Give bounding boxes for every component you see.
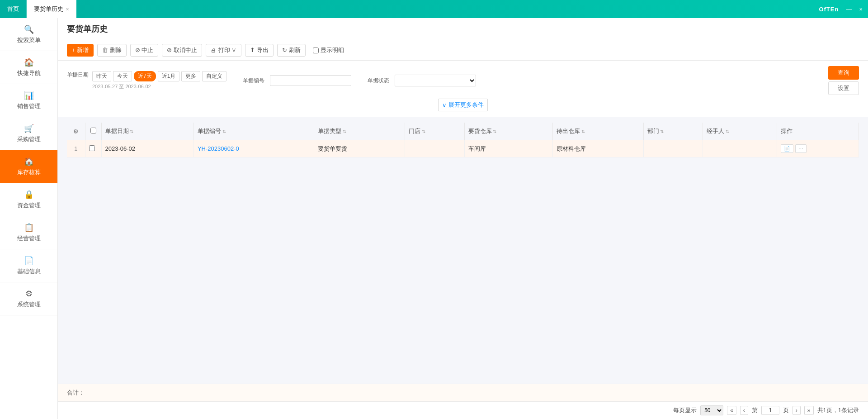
display-detail-checkbox[interactable]: [313, 48, 319, 53]
brand-label: OfTEn: [819, 6, 839, 13]
col-settings[interactable]: ⚙: [67, 123, 85, 140]
settings-button[interactable]: 设置: [828, 81, 859, 95]
tab-requisition-history[interactable]: 要货单历史 ×: [27, 0, 76, 18]
cancel-suspend-button-label: ⊘ 取消中止: [167, 46, 197, 54]
date-btn-yesterday[interactable]: 昨天: [92, 71, 111, 81]
row-docno-link[interactable]: YH-20230602-0: [198, 145, 239, 152]
first-page-button[interactable]: «: [727, 406, 736, 415]
docno-filter-label: 单据编号: [243, 77, 264, 85]
date-range-text: 2023-05-27 至 2023-06-02: [92, 83, 226, 90]
sidebar-item-base-info[interactable]: 📄 基础信息: [0, 249, 57, 282]
filter-row-1: 单据日期 昨天 今天 近7天 近1月 更多 自定义 2023-05-27 至 2…: [67, 66, 859, 95]
expand-chevron-icon: ∨: [442, 102, 447, 109]
col-req-warehouse[interactable]: 要货仓库: [464, 123, 552, 140]
sidebar-item-inventory[interactable]: 🏠 库存核算: [0, 150, 57, 183]
last-page-button[interactable]: »: [804, 406, 814, 415]
row-more-button[interactable]: ⋯: [795, 144, 807, 153]
row-department: [643, 140, 703, 157]
top-bar: 首页 要货单历史 × OfTEn — ×: [0, 0, 868, 18]
sidebar-item-purchase-mgmt[interactable]: 🛒 采购管理: [0, 117, 57, 150]
tab-close-icon[interactable]: ×: [66, 6, 69, 12]
table-row: 1 2023-06-02 YH-20230602-0 要货单要货 车间库 原材料…: [67, 140, 859, 157]
sidebar-item-finance-mgmt[interactable]: 🔒 资金管理: [0, 183, 57, 216]
status-filter-select[interactable]: [395, 75, 476, 86]
table-footer: 合计：: [58, 384, 868, 401]
sys-mgmt-icon: ⚙: [25, 289, 33, 299]
sidebar-item-search-menu[interactable]: 🔍 搜索菜单: [0, 18, 57, 51]
base-info-icon: 📄: [24, 256, 34, 266]
prev-page-button[interactable]: ‹: [740, 406, 748, 415]
sidebar-item-ops-mgmt[interactable]: 📋 经营管理: [0, 216, 57, 249]
next-page-button[interactable]: ›: [793, 406, 801, 415]
sidebar-item-sales-mgmt[interactable]: 📊 销售管理: [0, 84, 57, 117]
col-docno[interactable]: 单据编号: [193, 123, 314, 140]
sidebar-item-label: 快捷导航: [17, 69, 41, 77]
row-req-warehouse: 车间库: [464, 140, 552, 157]
ops-mgmt-icon: 📋: [24, 223, 34, 233]
delete-button[interactable]: 🗑 删除: [97, 44, 127, 57]
delete-button-label: 🗑 删除: [102, 46, 122, 54]
search-menu-icon: 🔍: [24, 24, 34, 34]
data-table: ⚙ 单据日期 单据编号 单据类型 门店 要货仓库 待出仓库 部门 经手人 操作: [67, 123, 859, 157]
main-layout: 🔍 搜索菜单 🏠 快捷导航 📊 销售管理 🛒 采购管理 🏠 库存核算 🔒 资金管…: [0, 18, 868, 419]
toolbar: + 新增 🗑 删除 ⊘ 中止 ⊘ 取消中止 🖨 打印 ∨ ⬆ 导出 ↻ 刷新: [58, 40, 868, 61]
tab-requisition-history-label: 要货单历史: [34, 5, 63, 13]
expand-conditions-button[interactable]: ∨ 展开更多条件: [438, 99, 488, 111]
date-btn-more[interactable]: 更多: [181, 71, 200, 81]
new-button-label: + 新增: [72, 46, 89, 54]
query-button[interactable]: 查询: [828, 66, 859, 80]
row-view-button[interactable]: 📄: [781, 144, 793, 153]
sidebar-item-label: 资金管理: [17, 201, 41, 210]
date-btn-last7days[interactable]: 近7天: [134, 71, 156, 81]
col-department[interactable]: 部门: [643, 123, 703, 140]
sidebar-item-label: 系统管理: [17, 300, 41, 309]
inventory-icon: 🏠: [24, 157, 34, 167]
date-buttons: 昨天 今天 近7天 近1月 更多 自定义: [92, 71, 226, 81]
page-number-input[interactable]: [761, 406, 779, 415]
purchase-mgmt-icon: 🛒: [24, 124, 34, 133]
row-checkbox[interactable]: [89, 145, 95, 151]
date-btn-last1month[interactable]: 近1月: [158, 71, 180, 81]
quick-nav-icon: 🏠: [24, 57, 34, 67]
filter-area: 单据日期 昨天 今天 近7天 近1月 更多 自定义 2023-05-27 至 2…: [58, 61, 868, 117]
col-store[interactable]: 门店: [405, 123, 464, 140]
page-size-select[interactable]: 10 20 50 100: [700, 405, 723, 415]
expand-row: ∨ 展开更多条件: [67, 99, 859, 111]
export-button[interactable]: ⬆ 导出: [245, 44, 274, 57]
suspend-button-label: ⊘ 中止: [135, 46, 154, 54]
refresh-button-label: ↻ 刷新: [282, 46, 301, 54]
row-store: [405, 140, 464, 157]
refresh-button[interactable]: ↻ 刷新: [277, 44, 306, 57]
date-filter-label: 单据日期: [67, 71, 89, 79]
date-btn-today[interactable]: 今天: [113, 71, 132, 81]
row-docdate: 2023-06-02: [101, 140, 193, 157]
top-bar-tabs: 首页 要货单历史 ×: [0, 0, 76, 18]
print-button[interactable]: 🖨 打印 ∨: [206, 44, 241, 57]
new-button[interactable]: + 新增: [67, 44, 94, 57]
page-title: 要货单历史: [67, 24, 859, 34]
col-docdate[interactable]: 单据日期: [101, 123, 193, 140]
docno-filter-input[interactable]: [270, 75, 351, 86]
sidebar-item-sys-mgmt[interactable]: ⚙ 系统管理: [0, 282, 57, 315]
col-handler[interactable]: 经手人: [703, 123, 777, 140]
sidebar-item-label: 基础信息: [17, 267, 41, 276]
expand-label: 展开更多条件: [448, 101, 484, 109]
sidebar-item-label: 经营管理: [17, 234, 41, 243]
tab-home[interactable]: 首页: [0, 0, 27, 18]
col-doctype[interactable]: 单据类型: [314, 123, 405, 140]
col-pending-warehouse[interactable]: 待出仓库: [552, 123, 643, 140]
tab-home-label: 首页: [7, 5, 19, 13]
sidebar-item-quick-nav[interactable]: 🏠 快捷导航: [0, 51, 57, 84]
select-all-checkbox[interactable]: [90, 128, 96, 133]
total-info: 共1页，1条记录: [817, 406, 859, 414]
table-body: 1 2023-06-02 YH-20230602-0 要货单要货 车间库 原材料…: [67, 140, 859, 157]
suspend-button[interactable]: ⊘ 中止: [130, 44, 159, 57]
content: 要货单历史 + 新增 🗑 删除 ⊘ 中止 ⊘ 取消中止 🖨 打印 ∨ ⬆ 导出: [58, 18, 868, 419]
cancel-suspend-button[interactable]: ⊘ 取消中止: [162, 44, 202, 57]
close-btn[interactable]: ×: [859, 6, 863, 13]
display-detail-text: 显示明细: [321, 46, 344, 54]
minimize-btn[interactable]: —: [846, 6, 852, 13]
footer-summary: 合计：: [67, 389, 85, 397]
row-action-buttons: 📄 ⋯: [781, 144, 855, 153]
date-btn-custom[interactable]: 自定义: [202, 71, 226, 81]
